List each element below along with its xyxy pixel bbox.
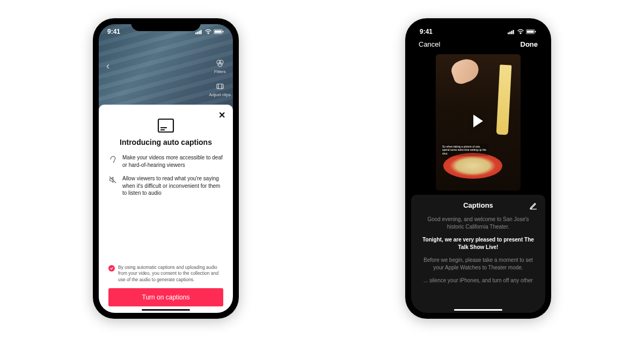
auto-captions-sheet: ✕ Introducing auto captions Make your vi… [99, 105, 233, 313]
home-indicator [142, 309, 190, 311]
status-time: 9:41 [420, 28, 433, 35]
svg-rect-20 [509, 32, 510, 34]
caption-line[interactable]: Before we begin, please take a moment to… [419, 257, 538, 271]
svg-point-0 [217, 60, 221, 64]
preview-hand [449, 56, 481, 86]
filters-label: Filters [214, 69, 226, 74]
status-time: 9:41 [107, 28, 120, 35]
cancel-button[interactable]: Cancel [419, 40, 440, 48]
edit-captions-button[interactable] [529, 201, 538, 211]
svg-rect-9 [199, 31, 200, 34]
done-button[interactable]: Done [521, 40, 538, 48]
svg-point-23 [520, 33, 521, 34]
status-icons [195, 29, 224, 34]
svg-point-2 [218, 63, 222, 67]
caption-line-active[interactable]: Tonight, we are very pleased to present … [419, 236, 538, 251]
svg-rect-26 [535, 31, 536, 32]
screen-right: 9:41 Cancel Done So when taking a pictur… [411, 24, 545, 313]
adjust-clips-label: Adjust clips [209, 92, 231, 97]
phone-left: Filters Adjust clips 9:41 ✕ [93, 18, 239, 319]
svg-rect-8 [197, 32, 198, 34]
battery-icon [526, 29, 537, 34]
nav-bar: Cancel Done [411, 40, 545, 48]
mute-icon [108, 175, 117, 197]
adjust-clips-tool[interactable]: Adjust clips [209, 82, 231, 97]
benefit-accessibility: Make your videos more accessible to deaf… [108, 154, 223, 169]
wifi-icon [517, 29, 524, 34]
turn-on-captions-button[interactable]: Turn on captions [108, 288, 223, 306]
consent-text: By using automatic captions and uploadin… [118, 265, 223, 283]
svg-point-1 [219, 60, 223, 64]
screen-left: Filters Adjust clips 9:41 ✕ [99, 24, 233, 313]
filters-tool[interactable]: Filters [214, 58, 226, 74]
captions-header: Captions [419, 201, 538, 209]
adjust-clips-icon [215, 82, 225, 91]
back-icon[interactable] [104, 62, 112, 73]
consent-disclaimer: By using automatic captions and uploadin… [108, 265, 223, 283]
filters-icon [215, 58, 225, 68]
captions-panel: Captions Good evening, and welcome to Sa… [411, 195, 545, 313]
status-icons [508, 29, 537, 34]
wifi-icon [204, 29, 212, 34]
caption-line[interactable]: ... silence your iPhones, and turn off a… [419, 277, 538, 284]
preview-plate [443, 153, 502, 179]
sheet-title: Introducing auto captions [108, 138, 223, 146]
svg-rect-14 [223, 31, 224, 32]
benefit-mute-text: Allow viewers to read what you're saying… [122, 175, 223, 197]
svg-point-11 [208, 33, 209, 34]
benefit-mute: Allow viewers to read what you're saying… [108, 175, 223, 197]
svg-rect-25 [527, 31, 534, 33]
overlay-caption: So when taking a picture of one, spend s… [441, 144, 488, 157]
close-icon[interactable]: ✕ [218, 110, 225, 120]
phone-right: 9:41 Cancel Done So when taking a pictur… [405, 18, 551, 319]
home-indicator [454, 309, 502, 311]
edit-tools-sidebar: Filters Adjust clips [209, 58, 231, 110]
ear-icon [108, 155, 117, 169]
svg-rect-10 [200, 30, 201, 34]
svg-rect-3 [217, 84, 223, 89]
svg-rect-22 [513, 30, 514, 34]
play-icon[interactable] [473, 115, 483, 128]
check-icon [108, 265, 115, 272]
phone-notch [131, 18, 201, 31]
preview-pasta [496, 65, 512, 135]
captions-hero-icon [157, 118, 174, 134]
video-preview[interactable]: So when taking a picture of one, spend s… [436, 54, 521, 191]
benefit-accessibility-text: Make your videos more accessible to deaf… [122, 154, 223, 169]
svg-rect-21 [511, 31, 512, 34]
battery-icon [214, 29, 224, 34]
svg-rect-7 [195, 33, 196, 34]
captions-title: Captions [463, 201, 493, 209]
svg-rect-13 [215, 31, 222, 33]
pencil-icon [529, 201, 538, 210]
phone-notch [443, 18, 513, 31]
caption-line[interactable]: Good evening, and welcome to San Jose's … [419, 216, 538, 230]
svg-rect-19 [508, 33, 509, 34]
